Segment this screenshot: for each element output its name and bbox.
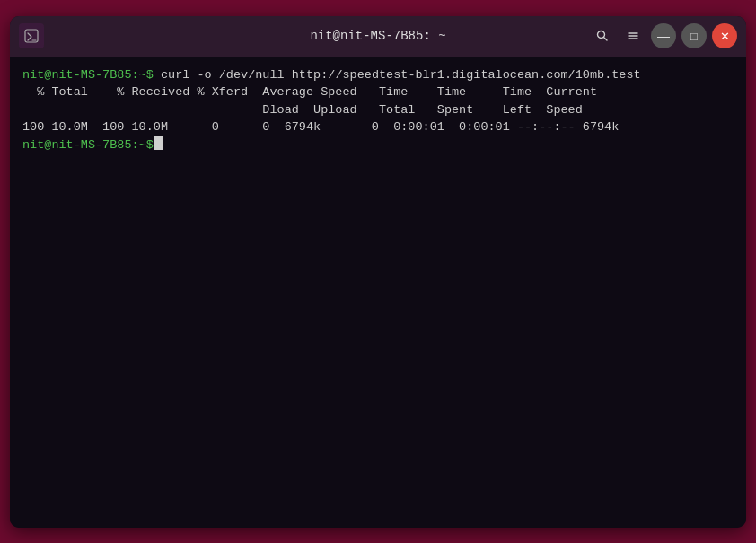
command-line: nit@nit-MS-7B85:~$ curl -o /dev/null htt…: [22, 66, 734, 84]
terminal-cursor: [154, 136, 163, 150]
minimize-button[interactable]: —: [651, 23, 676, 48]
terminal-window: nit@nit-MS-7B85: ~ — □ ✕ nit@nit-M: [10, 16, 746, 528]
prompt-sep: :~$: [132, 66, 154, 84]
titlebar: nit@nit-MS-7B85: ~ — □ ✕: [10, 16, 746, 57]
prompt-user-2: nit@nit-MS-7B85: [22, 136, 132, 154]
prompt-sep-2: :~$: [132, 136, 154, 154]
prompt-user: nit@nit-MS-7B85: [22, 66, 132, 84]
window-controls: — □ ✕: [590, 23, 737, 48]
close-button[interactable]: ✕: [712, 23, 737, 48]
curl-data-line: 100 10.0M 100 10.0M 0 0 6794k 0 0:00:01 …: [22, 118, 734, 136]
svg-line-3: [604, 38, 608, 41]
menu-button[interactable]: [620, 23, 646, 48]
terminal-body[interactable]: nit@nit-MS-7B85:~$ curl -o /dev/null htt…: [10, 57, 746, 528]
curl-header-1: % Total % Received % Xferd Average Speed…: [22, 83, 734, 101]
maximize-button[interactable]: □: [681, 23, 707, 48]
curl-header-2: Dload Upload Total Spent Left Speed: [22, 101, 734, 119]
command-text: curl -o /dev/null http://speedtest-blr1.…: [154, 66, 641, 84]
titlebar-left: [19, 23, 44, 48]
terminal-icon: [19, 23, 44, 48]
prompt-line-2: nit@nit-MS-7B85:~$: [22, 136, 734, 154]
window-title: nit@nit-MS-7B85: ~: [310, 29, 445, 43]
search-button[interactable]: [590, 23, 615, 48]
